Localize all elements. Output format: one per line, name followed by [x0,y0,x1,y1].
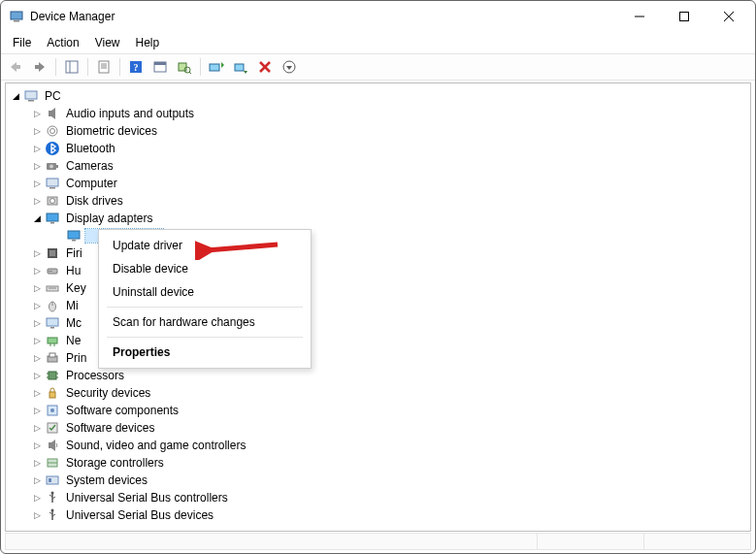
menu-action[interactable]: Action [41,34,84,51]
expand-arrow-closed[interactable]: ▷ [31,352,43,364]
category-disk[interactable]: ▷Disk drives [6,192,750,210]
ctx-update-driver[interactable]: Update driver [99,234,311,257]
category-label: Cameras [64,158,115,174]
category-label: Bluetooth [64,141,117,156]
category-cpu[interactable]: ▷Processors [6,367,750,384]
category-security[interactable]: ▷Security devices [6,384,750,402]
category-audio[interactable]: ▷Audio inputs and outputs [6,105,750,122]
network-icon [45,333,60,348]
expand-arrow-open[interactable]: ◢ [31,212,43,224]
expand-arrow-open[interactable]: ◢ [10,90,21,102]
category-label: Software components [64,403,181,418]
svg-point-44 [50,199,55,204]
disable-device-button[interactable] [230,56,251,78]
category-swdev[interactable]: ▷Software devices [6,419,750,437]
add-legacy-button[interactable] [279,56,300,78]
forward-button[interactable] [29,56,50,78]
category-usb[interactable]: ▷Universal Serial Bus controllers [6,489,750,506]
separator [55,58,56,76]
expand-arrow-closed[interactable]: ▷ [31,405,43,416]
category-bluetooth[interactable]: ▷Bluetooth [6,140,750,157]
ctx-scan-for-hardware-changes[interactable]: Scan for hardware changes [99,310,311,334]
svg-rect-60 [48,338,57,343]
expand-arrow-closed[interactable]: ▷ [31,143,43,154]
expand-arrow-closed[interactable]: ▷ [31,474,43,486]
expand-arrow-closed[interactable]: ▷ [31,335,43,346]
category-computer[interactable]: ▷Computer [6,175,750,192]
status-bar [5,533,751,550]
storage-icon [45,455,60,471]
category-sysdev[interactable]: ▷System devices [6,472,750,489]
svg-rect-20 [179,63,186,71]
category-display[interactable]: ◢Display adapters [6,210,750,227]
expand-arrow-closed[interactable]: ▷ [31,317,43,329]
bluetooth-icon [45,141,60,156]
category-label: Processors [64,368,126,383]
expand-arrow-closed[interactable]: ▷ [31,422,43,434]
svg-rect-0 [11,12,22,19]
expand-arrow-closed[interactable]: ▷ [31,282,43,294]
app-icon [9,9,24,24]
expand-arrow-closed[interactable]: ▷ [31,125,43,137]
category-usb[interactable]: ▷Universal Serial Bus devices [6,506,750,524]
tree-root-node[interactable]: ◢PC [6,87,750,105]
computer-icon [23,88,39,104]
expand-arrow-closed[interactable]: ▷ [31,370,43,381]
category-label: Hu [64,263,82,278]
category-label: Ne [64,333,82,348]
svg-rect-74 [49,442,51,448]
firmware-icon [45,245,60,261]
category-label: Universal Serial Bus controllers [64,490,230,505]
expand-arrow-closed[interactable]: ▷ [31,265,43,277]
svg-marker-26 [244,71,247,74]
keyboard-icon [45,280,60,296]
properties-button[interactable] [93,56,115,78]
menu-help[interactable]: Help [130,34,166,51]
expand-arrow-closed[interactable]: ▷ [31,509,43,521]
svg-rect-70 [49,392,55,398]
help-button[interactable]: ? [125,56,147,78]
category-camera[interactable]: ▷Cameras [6,157,750,175]
expand-arrow-closed[interactable]: ▷ [31,195,43,207]
close-button[interactable] [707,2,751,31]
uninstall-device-button[interactable] [254,56,276,78]
svg-marker-8 [39,62,45,72]
expand-arrow-closed[interactable]: ▷ [31,160,43,172]
scan-hardware-button[interactable] [174,56,195,78]
root-label: PC [43,88,63,104]
svg-marker-34 [51,108,55,119]
maximize-button[interactable] [662,2,707,31]
expand-arrow-closed[interactable]: ▷ [31,300,43,311]
expand-arrow-closed[interactable]: ▷ [31,247,43,259]
svg-rect-10 [66,61,78,73]
ctx-uninstall-device[interactable]: Uninstall device [99,280,311,304]
ctx-properties[interactable]: Properties [99,341,311,364]
expand-arrow-closed[interactable]: ▷ [31,108,43,119]
minimize-button[interactable] [617,2,662,31]
hid-icon [45,263,60,278]
device-tree[interactable]: ◢PC▷Audio inputs and outputs▷Biometric d… [5,82,751,532]
expand-arrow-closed[interactable]: ▷ [31,492,43,504]
ctx-disable-device[interactable]: Disable device [99,257,311,280]
update-driver-button[interactable] [206,56,227,78]
back-button[interactable] [5,56,26,78]
svg-marker-6 [11,62,16,72]
category-sound[interactable]: ▷Sound, video and game controllers [6,437,750,454]
expand-arrow-closed[interactable]: ▷ [31,387,43,399]
category-storage[interactable]: ▷Storage controllers [6,454,750,472]
expand-arrow-closed[interactable]: ▷ [31,440,43,451]
category-biometric[interactable]: ▷Biometric devices [6,122,750,140]
expand-arrow-closed[interactable]: ▷ [31,178,43,189]
menu-view[interactable]: View [89,34,126,51]
svg-rect-40 [56,165,58,168]
svg-rect-12 [99,61,109,73]
separator [119,58,120,76]
cpu-icon [45,368,60,383]
expand-arrow-closed[interactable]: ▷ [31,457,43,469]
category-label: Display adapters [64,211,154,226]
category-swcomp[interactable]: ▷Software components [6,402,750,419]
separator [87,58,88,76]
action-button[interactable] [149,56,171,78]
show-hide-tree-button[interactable] [61,56,82,78]
menu-file[interactable]: File [7,34,37,51]
